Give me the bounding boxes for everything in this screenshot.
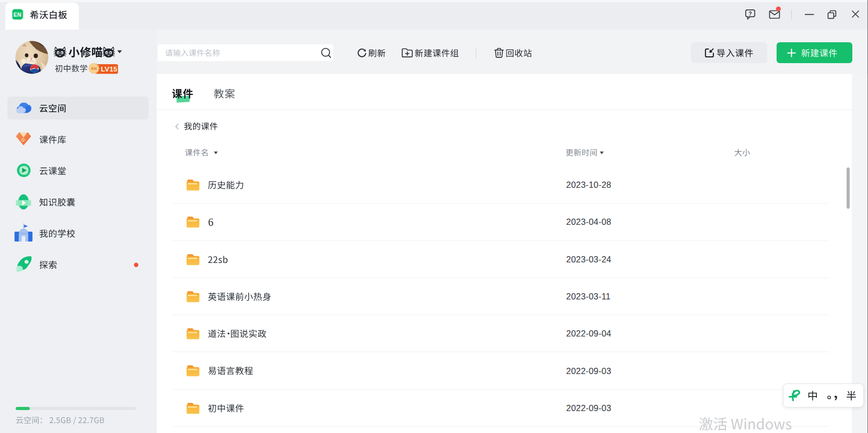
svg-text:EN: EN bbox=[91, 66, 97, 71]
svg-text:EN: EN bbox=[14, 11, 21, 18]
svg-text:LV15: LV15 bbox=[101, 65, 118, 73]
svg-text:?: ? bbox=[748, 10, 752, 17]
